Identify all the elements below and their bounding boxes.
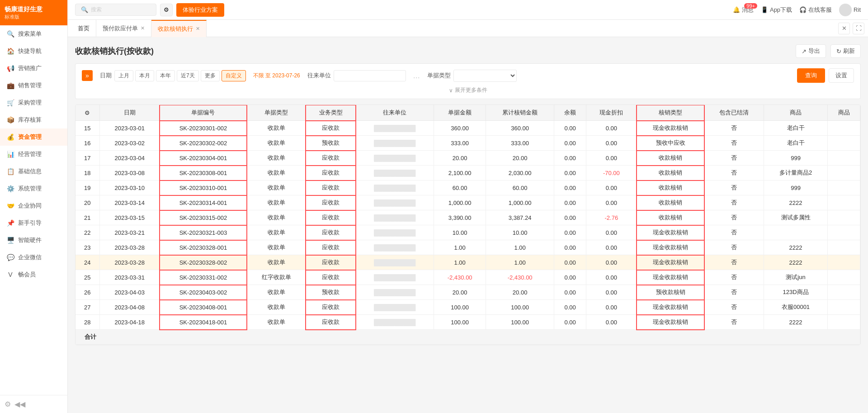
sidebar-item-enterprise[interactable]: 🤝企业协同 (0, 197, 67, 214)
bill-no-link[interactable]: SK-20230314-001 (179, 199, 227, 206)
table-row: 19 2023-03-10 SK-20230310-001 收款单 应收款 ██… (75, 180, 860, 195)
expand-button[interactable]: ∨ 展开更多条件 (449, 86, 487, 94)
online-service-button[interactable]: 🎧 在线客服 (799, 6, 832, 14)
phone-icon: 📱 (761, 6, 768, 13)
bill-no-link[interactable]: SK-20230331-002 (179, 274, 227, 281)
tab-expand-button[interactable]: ⛶ (853, 23, 864, 34)
bill-no-link[interactable]: SK-20230302-002 (179, 140, 227, 147)
user-avatar[interactable]: Rit (839, 4, 861, 16)
bill-no-link[interactable]: SK-20230408-001 (179, 304, 227, 311)
cell-verify-type: 收款核销 (637, 195, 705, 210)
cell-partner: ██████████ (356, 315, 434, 330)
collapse-icon[interactable]: ◀◀ (14, 400, 25, 408)
app-download-button[interactable]: 📱 App下载 (761, 6, 792, 14)
sidebar-item-operations[interactable]: 📊经营管理 (0, 146, 67, 163)
cell-bill-type: 收款单 (247, 180, 306, 195)
query-button[interactable]: 查询 (797, 68, 825, 83)
bill-no-link[interactable]: SK-20230301-002 (179, 125, 227, 132)
bill-no-link[interactable]: SK-20230304-001 (179, 155, 227, 161)
sidebar-item-marketing[interactable]: 📢营销推广 (0, 60, 67, 77)
cell-verify-type: 预收款核销 (637, 285, 705, 300)
sidebar-item-finance[interactable]: 💰资金管理 (0, 128, 67, 146)
cell-verify-amount: 100.00 (486, 300, 554, 315)
sidebar-item-purchase[interactable]: 🛒采购管理 (0, 94, 67, 111)
sidebar-item-label: 销售管理 (18, 81, 42, 90)
topbar-left: 🔍 搜索 ⚙ 体验行业方案 (75, 3, 727, 17)
tab-label-home: 首页 (78, 24, 90, 33)
tab-close-prepay[interactable]: ✕ (141, 25, 145, 31)
setting-button[interactable]: 设置 (829, 68, 854, 83)
sidebar-item-search[interactable]: 🔍搜索菜单 (0, 25, 67, 43)
sidebar-item-label: 资金管理 (18, 133, 42, 141)
sidebar-item-hardware[interactable]: 🖥️智能硬件 (0, 232, 67, 249)
refresh-button[interactable]: ↻ 刷新 (830, 44, 861, 58)
solution-button[interactable]: 体验行业方案 (176, 3, 224, 17)
date-custom[interactable]: 自定义 (222, 70, 246, 81)
gear-button[interactable]: ⚙ (160, 4, 173, 16)
cell-bill-type: 红字收款单 (247, 270, 306, 285)
voucher-type-select[interactable] (453, 70, 517, 82)
cell-verify-type: 收款核销 (637, 151, 705, 166)
sidebar-item-member[interactable]: V畅会员 (0, 266, 67, 283)
sidebar-item-label: 智能硬件 (18, 236, 42, 244)
sidebar-item-basic[interactable]: 📋基础信息 (0, 163, 67, 180)
filter-more-dots[interactable]: ... (413, 71, 420, 81)
cell-partner: ██████████ (356, 270, 434, 285)
bill-no-link[interactable]: SK-20230418-001 (179, 319, 227, 326)
bill-no-link[interactable]: SK-20230328-001 (179, 244, 227, 251)
sidebar-item-quicknav[interactable]: 🏠快捷导航 (0, 43, 67, 60)
tab-close-collection[interactable]: ✕ (196, 26, 200, 32)
filter-date-range: 不限 至 2023-07-26 (253, 72, 300, 80)
cell-cash-discount: 0.00 (586, 180, 637, 195)
bell-icon: 🔔 (733, 6, 740, 13)
cell-seq: 23 (75, 240, 99, 255)
cell-verify-amount: 360.00 (486, 121, 554, 136)
col-product2: 商品 (828, 105, 860, 121)
date-prev-month[interactable]: 上月 (114, 70, 133, 81)
sidebar-item-sales[interactable]: 💼销售管理 (0, 77, 67, 94)
sidebar-item-label: 基础信息 (18, 167, 42, 176)
bill-no-link[interactable]: SK-20230403-002 (179, 289, 227, 296)
sidebar-item-label: 系统管理 (18, 185, 42, 193)
filter-toggle-button[interactable]: » (82, 70, 93, 81)
date-more[interactable]: 更多 (201, 70, 220, 81)
tab-collection[interactable]: 收款核销执行✕ (151, 20, 207, 37)
cell-seq: 20 (75, 195, 99, 210)
partner-input[interactable] (334, 70, 406, 81)
col-settings[interactable]: ⚙ (75, 105, 99, 121)
topbar-search[interactable]: 🔍 搜索 (75, 4, 156, 16)
bill-no-link[interactable]: SK-20230321-003 (179, 229, 227, 236)
bill-no-link[interactable]: SK-20230315-002 (179, 214, 227, 221)
sidebar-item-system[interactable]: ⚙️系统管理 (0, 180, 67, 197)
notifications-button[interactable]: 🔔 消息 99+ (733, 6, 754, 14)
date-this-year[interactable]: 本年 (156, 70, 175, 81)
date-this-month[interactable]: 本月 (135, 70, 154, 81)
cell-partner: ██████████ (356, 300, 434, 315)
sidebar-item-label: 营销推广 (18, 64, 42, 72)
tab-prepay[interactable]: 预付款应付单✕ (96, 20, 151, 37)
cell-seq: 15 (75, 121, 99, 136)
cell-amount: 20.00 (434, 151, 486, 166)
cell-balance: 0.00 (554, 315, 586, 330)
tab-close-button[interactable]: ✕ (838, 23, 850, 34)
export-button[interactable]: ↗ 导出 (796, 44, 826, 58)
tab-home[interactable]: 首页 (71, 20, 96, 37)
search-icon: 🔍 (81, 6, 88, 13)
bill-no-link[interactable]: SK-20230328-002 (179, 259, 227, 266)
sidebar-item-guide[interactable]: 📌新手引导 (0, 214, 67, 232)
basic-icon: 📋 (6, 167, 14, 176)
bill-no-link[interactable]: SK-20230308-001 (179, 170, 227, 176)
sidebar-item-inventory[interactable]: 📦库存核算 (0, 111, 67, 128)
table-row: 23 2023-03-28 SK-20230328-001 收款单 应收款 ██… (75, 240, 860, 255)
bill-no-link[interactable]: SK-20230310-001 (179, 185, 227, 191)
cell-date: 2023-03-02 (99, 136, 160, 151)
cell-balance: 0.00 (554, 225, 586, 240)
sidebar-item-wechat[interactable]: 💬企业微信 (0, 249, 67, 266)
refresh-icon: ↻ (836, 48, 841, 55)
settings-icon[interactable]: ⚙ (5, 400, 11, 408)
date-7days[interactable]: 近7天 (177, 70, 199, 81)
table-row: 24 2023-03-28 SK-20230328-002 收款单 应收款 ██… (75, 255, 860, 270)
filter-row: » 日期 上月 本月 本年 近7天 更多 自定义 不限 至 2023-07-26 (82, 68, 854, 83)
chevron-down-icon: ∨ (449, 87, 453, 94)
sidebar-item-label: 新手引导 (18, 219, 42, 227)
